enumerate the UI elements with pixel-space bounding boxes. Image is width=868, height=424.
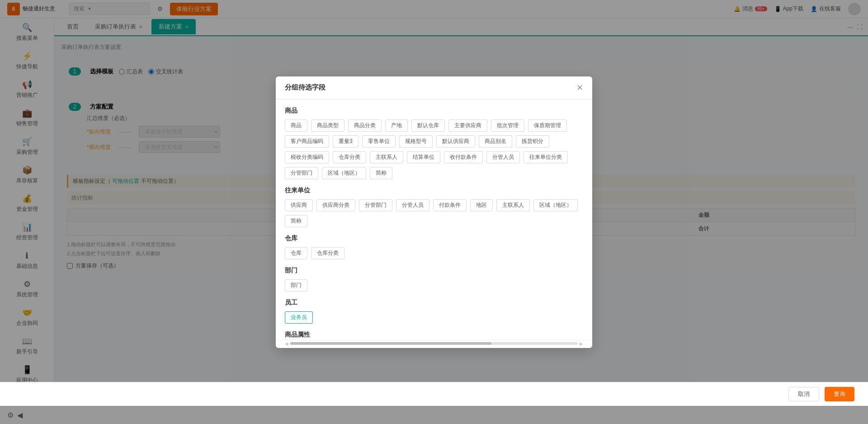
field-tag[interactable]: 主要供应商	[448, 119, 487, 132]
cancel-button[interactable]: 取消	[788, 387, 819, 401]
section-goods-title: 商品	[285, 107, 583, 115]
field-tag[interactable]: 供应商分类	[316, 199, 355, 211]
field-tag[interactable]: 区域（地区）	[533, 199, 578, 211]
field-tag[interactable]: 分管人员	[396, 199, 429, 211]
field-tag[interactable]: 商品别名	[479, 135, 512, 148]
field-tag[interactable]: 规格型号	[399, 135, 433, 148]
dialog-title: 分组待选字段	[285, 83, 326, 92]
field-tag[interactable]: 零售单位	[362, 135, 396, 148]
section-warehouse-title: 仓库	[285, 234, 583, 243]
field-tag[interactable]: 税收分类编码	[285, 151, 329, 163]
field-tag[interactable]: 部门	[285, 279, 307, 291]
section-staff-title: 员工	[285, 299, 583, 307]
field-tag[interactable]: 结算单位	[407, 151, 440, 163]
dialog-footer: 取消 查询	[0, 382, 868, 406]
dialog-scroll-bar-row: ◀ ▶	[276, 340, 592, 348]
field-tag[interactable]: 仓库分类	[333, 151, 366, 163]
field-tag[interactable]: 默认仓库	[411, 119, 445, 132]
field-tag[interactable]: 供应商	[285, 199, 313, 211]
field-tag[interactable]: 简称	[370, 167, 392, 179]
section-dept-title: 部门	[285, 267, 583, 275]
field-tag[interactable]: 商品类型	[311, 119, 344, 132]
section-goods-fields: 商品 商品类型 商品分类 产地 默认仓库 主要供应商 批次管理 保质期管理 客户…	[285, 119, 583, 179]
section-dept-fields: 部门	[285, 279, 583, 291]
field-tag[interactable]: 商品分类	[348, 119, 382, 132]
dialog-header: 分组待选字段 ✕	[276, 76, 592, 100]
field-tag[interactable]: 区域（地区）	[322, 167, 366, 179]
scrollbar-thumb	[290, 342, 491, 345]
field-tag[interactable]: 简称	[285, 215, 307, 227]
dialog-overlay: 分组待选字段 ✕ 商品 商品 商品类型 商品分类 产地 默认仓库 主要供应商 批…	[0, 0, 868, 424]
field-tag[interactable]: 分管人员	[486, 151, 520, 163]
field-tag[interactable]: 商品	[285, 119, 307, 132]
dialog-body[interactable]: 商品 商品 商品类型 商品分类 产地 默认仓库 主要供应商 批次管理 保质期管理…	[276, 100, 592, 340]
field-tag[interactable]: 往来单位分类	[524, 151, 568, 163]
horizontal-scrollbar[interactable]	[290, 342, 578, 345]
field-tag[interactable]: 保质期管理	[528, 119, 567, 132]
field-tag[interactable]: 仓库分类	[311, 247, 344, 259]
section-goods-attr-title: 商品属性	[285, 331, 583, 339]
section-partner-fields: 供应商 供应商分类 分管部门 分管人员 付款条件 地区 主联系人 区域（地区） …	[285, 199, 583, 227]
field-tag[interactable]: 分管部门	[285, 167, 318, 179]
field-tag[interactable]: 收付款条件	[444, 151, 483, 163]
section-staff-fields: 业务员	[285, 311, 583, 324]
field-tag[interactable]: 拣货积分	[516, 135, 549, 148]
confirm-button[interactable]: 查询	[825, 387, 854, 401]
field-tag[interactable]: 业务员	[285, 311, 313, 324]
section-warehouse-fields: 仓库 仓库分类	[285, 247, 583, 259]
field-tag[interactable]: 仓库	[285, 247, 307, 259]
field-tag[interactable]: 重量3	[333, 135, 359, 148]
field-tag[interactable]: 客户商品编码	[285, 135, 329, 148]
field-tag[interactable]: 主联系人	[370, 151, 403, 163]
field-tag[interactable]: 默认供应商	[436, 135, 475, 148]
field-tag[interactable]: 付款条件	[433, 199, 467, 211]
field-tag[interactable]: 分管部门	[359, 199, 392, 211]
field-tag[interactable]: 地区	[470, 199, 493, 211]
field-tag[interactable]: 批次管理	[491, 119, 524, 132]
dialog-close-button[interactable]: ✕	[576, 83, 583, 93]
field-tag[interactable]: 主联系人	[496, 199, 530, 211]
dialog: 分组待选字段 ✕ 商品 商品 商品类型 商品分类 产地 默认仓库 主要供应商 批…	[276, 76, 592, 348]
section-partner-title: 往来单位	[285, 186, 583, 195]
field-tag[interactable]: 产地	[385, 119, 408, 132]
